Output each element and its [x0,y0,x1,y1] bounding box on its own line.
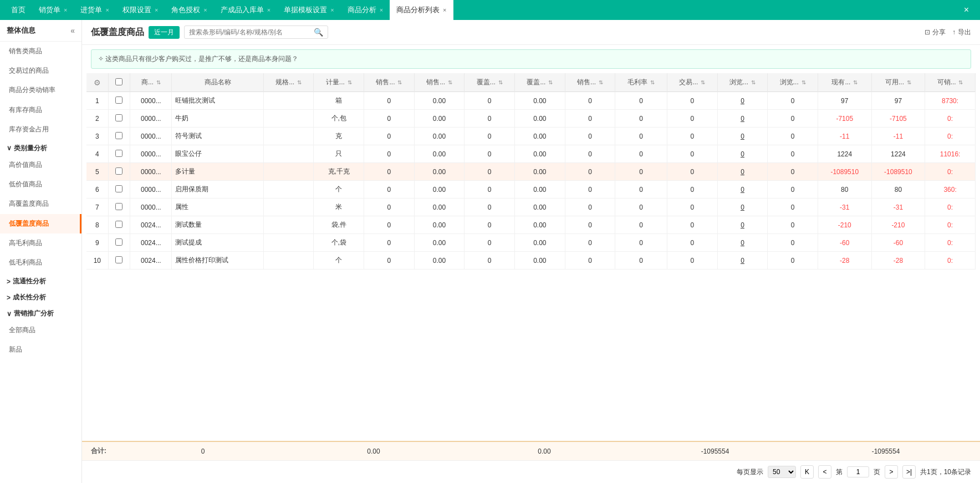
row-checkbox[interactable] [115,221,122,228]
row-checkbox[interactable] [115,167,122,175]
browse-link[interactable]: 0 [741,150,744,158]
nav-close-icon[interactable]: × [330,7,334,13]
col-header-current[interactable]: 现有... ⇅ [818,73,871,92]
nav-item-单据模板设置[interactable]: 单据模板设置× [277,0,340,20]
cell-checkbox[interactable] [108,92,130,110]
sort-icon-browse2[interactable]: ⇅ [800,79,806,85]
sort-icon-sales1[interactable]: ⇅ [396,79,402,85]
nav-item-销货单[interactable]: 销货单× [32,0,74,20]
col-header-available[interactable]: 可用... ⇅ [871,73,925,92]
col-header-sales1[interactable]: 销售... ⇅ [364,73,415,92]
col-header-name[interactable]: 商品名称 [172,73,263,92]
sidebar-section-成长性分析[interactable]: >成长性分析 [0,288,81,304]
sidebar-item-高毛利商品[interactable]: 高毛利商品 [0,233,81,253]
col-header-unit[interactable]: 计量... ⇅ [314,73,364,92]
col-header-settings[interactable]: ⚙ [86,73,108,92]
table-wrapper[interactable]: ⚙商... ⇅商品名称规格... ⇅计量... ⇅销售... ⇅销售... ⇅覆… [86,73,976,441]
first-page-button[interactable]: K [800,465,814,479]
window-close-button[interactable]: × [957,5,976,15]
col-header-sales2[interactable]: 销售... ⇅ [414,73,465,92]
row-checkbox[interactable] [115,96,122,104]
search-icon[interactable]: 🔍 [314,28,323,37]
col-header-grossRate[interactable]: 毛利率 ⇅ [615,73,667,92]
row-checkbox[interactable] [115,256,122,263]
nav-close-icon[interactable]: × [380,7,383,13]
sidebar-item-全部商品[interactable]: 全部商品 [0,321,81,340]
browse-link[interactable]: 0 [741,97,744,105]
sidebar-section-营销推广分析[interactable]: ∨营销推广分析 [0,304,81,321]
sidebar-item-高覆盖度商品[interactable]: 高覆盖度商品 [0,194,81,213]
sidebar-item-低价值商品[interactable]: 低价值商品 [0,175,81,194]
sidebar-item-商品分类动销率[interactable]: 商品分类动销率 [0,80,81,100]
nav-close-icon[interactable]: × [64,7,67,13]
sidebar-section-类别量分析[interactable]: ∨类别量分析 [0,139,81,155]
sidebar-item-低覆盖度商品[interactable]: 低覆盖度商品 [0,214,81,233]
sidebar-item-库存资金占用[interactable]: 库存资金占用 [0,120,81,139]
row-checkbox[interactable] [115,150,122,157]
sort-icon-trade[interactable]: ⇅ [699,79,705,85]
row-checkbox[interactable] [115,203,122,210]
sidebar-item-交易过的商品[interactable]: 交易过的商品 [0,61,81,80]
col-header-checkbox[interactable] [108,73,130,92]
col-header-trade[interactable]: 交易... ⇅ [667,73,718,92]
search-input[interactable] [189,28,312,36]
cell-checkbox[interactable] [108,252,130,270]
sort-icon-browse1[interactable]: ⇅ [749,79,756,85]
settings-icon[interactable]: ⚙ [94,78,101,87]
sort-icon-grossRate[interactable]: ⇅ [649,79,655,85]
sort-icon-current[interactable]: ⇅ [851,79,858,85]
share-button[interactable]: ⊡ 分享 [925,28,946,37]
sort-icon-available[interactable]: ⇅ [905,79,911,85]
nav-item-权限设置[interactable]: 权限设置× [116,0,165,20]
browse-link[interactable]: 0 [741,168,744,176]
col-header-cover1[interactable]: 覆盖... ⇅ [465,73,515,92]
sort-icon-code[interactable]: ⇅ [155,79,161,85]
cell-checkbox[interactable] [108,216,130,234]
sort-icon-saleable[interactable]: ⇅ [957,79,963,85]
browse-link[interactable]: 0 [741,115,744,123]
cell-checkbox[interactable] [108,145,130,163]
nav-item-产成品入库单[interactable]: 产成品入库单× [214,0,277,20]
next-page-button[interactable]: > [885,465,898,479]
nav-close-icon[interactable]: × [203,7,207,13]
nav-close-icon[interactable]: × [267,7,270,13]
nav-item-首页[interactable]: 首页 [4,0,32,20]
current-page-input[interactable] [847,466,869,477]
row-checkbox[interactable] [115,114,122,121]
nav-item-商品分析[interactable]: 商品分析× [341,0,390,20]
sidebar-item-销售类商品[interactable]: 销售类商品 [0,42,81,61]
last-page-button[interactable]: >| [902,465,916,479]
export-button[interactable]: ↑ 导出 [952,28,971,37]
nav-close-icon[interactable]: × [155,7,158,13]
select-all-checkbox[interactable] [115,78,122,85]
browse-link[interactable]: 0 [741,221,744,229]
sort-icon-cover2[interactable]: ⇅ [547,79,553,85]
browse-link[interactable]: 0 [741,257,744,265]
nav-close-icon[interactable]: × [105,7,109,13]
row-checkbox[interactable] [115,238,122,246]
sidebar-item-有库存商品[interactable]: 有库存商品 [0,100,81,120]
per-page-select[interactable]: 102050100 [768,466,796,478]
cell-checkbox[interactable] [108,199,130,216]
cell-checkbox[interactable] [108,181,130,199]
browse-link[interactable]: 0 [741,204,744,211]
nav-item-商品分析列表[interactable]: 商品分析列表× [390,0,453,20]
nav-item-角色授权[interactable]: 角色授权× [165,0,213,20]
browse-link[interactable]: 0 [741,133,744,140]
col-header-sales3[interactable]: 销售... ⇅ [565,73,615,92]
col-header-cover2[interactable]: 覆盖... ⇅ [515,73,565,92]
prev-page-button[interactable]: < [818,465,831,479]
sidebar-section-流通性分析[interactable]: >流通性分析 [0,272,81,288]
col-header-spec[interactable]: 规格... ⇅ [263,73,314,92]
sidebar-item-高价值商品[interactable]: 高价值商品 [0,155,81,175]
browse-link[interactable]: 0 [741,186,744,194]
period-button[interactable]: 近一月 [149,26,180,39]
row-checkbox[interactable] [115,185,122,192]
sort-icon-spec[interactable]: ⇅ [295,79,302,85]
col-header-browse2[interactable]: 浏览... ⇅ [768,73,818,92]
row-checkbox[interactable] [115,132,122,139]
col-header-code[interactable]: 商... ⇅ [130,73,172,92]
cell-checkbox[interactable] [108,128,130,145]
cell-checkbox[interactable] [108,110,130,128]
cell-checkbox[interactable] [108,234,130,252]
